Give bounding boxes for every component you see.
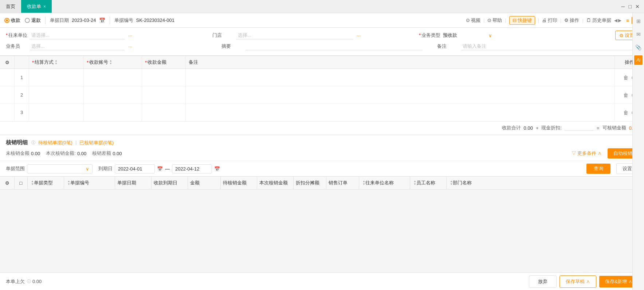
sort-dept[interactable]: ▲▼ (450, 180, 453, 186)
shortcut-button[interactable]: ⊟ 快捷键 (509, 16, 535, 25)
store-more-icon[interactable]: ··· (355, 33, 362, 38)
calendar-start-icon[interactable]: 📅 (157, 166, 163, 172)
uncancelled-label: 未核销金额 (6, 150, 30, 157)
due-date-start[interactable] (115, 164, 155, 173)
td-num-2: 2 (15, 86, 29, 103)
history-action[interactable]: 🗒 历史单据 (586, 17, 611, 24)
td-settlement-1[interactable] (29, 69, 84, 86)
sort-counterparty[interactable]: ▲▼ (362, 180, 365, 186)
home-tab[interactable]: 首页 (0, 0, 21, 13)
dth-amount-label: 金额 (190, 180, 200, 186)
store-input[interactable] (236, 31, 353, 39)
dth-date: 单据日期 (115, 177, 152, 189)
staff-more-icon[interactable]: ··· (127, 44, 134, 49)
due-date-end[interactable] (172, 164, 212, 173)
notes-input[interactable] (461, 42, 638, 50)
refund-radio[interactable]: 退款 (25, 17, 41, 24)
more-conditions-btn[interactable]: ▽ 更多条件 ∧ (572, 150, 602, 157)
td-account-1[interactable] (84, 69, 142, 86)
minimize-button[interactable]: ─ (621, 4, 625, 9)
td-notes-3[interactable] (186, 104, 615, 121)
uncancelled-item: 未核销金额 0.00 (6, 150, 40, 157)
td-notes-1[interactable] (186, 69, 615, 86)
done-tab[interactable]: 已核销单据(0笔) (79, 140, 114, 146)
delete-icon-1[interactable]: 🗑 (623, 75, 628, 81)
delete-icon-3[interactable]: 🗑 (623, 110, 628, 115)
next-arrow[interactable]: ▶ (618, 18, 621, 23)
delete-icon-2[interactable]: 🗑 (623, 92, 628, 98)
list-view-btn[interactable]: ≡ (624, 17, 631, 24)
prev-arrow[interactable]: ◀ (614, 18, 617, 23)
td-settlement-3[interactable] (29, 104, 84, 121)
maximize-button[interactable]: □ (629, 4, 632, 9)
sidebar-table-icon[interactable]: ⊞ (634, 16, 643, 26)
th-notes-label: 备注 (189, 59, 198, 66)
sort-type[interactable]: ▲▼ (31, 180, 34, 186)
td-account-2[interactable] (84, 86, 142, 103)
detail-checkbox: □ (20, 180, 23, 186)
sort-staff[interactable]: ▲▼ (413, 180, 416, 186)
section-header: 核销明细 ⓘ 待核销单据(0笔) | 已核销单据(0笔) (0, 136, 644, 146)
uncancelled-value: 0.00 (31, 151, 40, 156)
td-amount-2[interactable] (142, 86, 186, 103)
discard-button[interactable]: 放弃 (529, 275, 557, 288)
bottom-label: 本单上欠 (6, 278, 25, 285)
dth-current-label: 本次核销金额 (259, 180, 288, 186)
summary-label: 摘要 (221, 43, 243, 50)
print-action[interactable]: 🖨 打印 (542, 17, 557, 24)
pending-tab[interactable]: 待核销单据(0笔) (38, 140, 72, 146)
counterparty-input[interactable] (30, 31, 125, 39)
info-icon[interactable]: ⓘ (31, 140, 35, 145)
td-account-3[interactable] (84, 104, 142, 121)
help-icon: ⊙ (487, 17, 491, 23)
receipt-radio[interactable]: 收款 (4, 17, 20, 24)
th-amount: * 收款金额 (142, 56, 186, 68)
counterparty-more-icon[interactable]: ··· (127, 33, 134, 38)
sort-arrows[interactable]: ▲▼ (55, 59, 58, 65)
diff-label: 核销差额 (92, 150, 111, 157)
sidebar-mail-icon[interactable]: ✉ (634, 29, 643, 39)
sort-number[interactable]: ▲▼ (67, 180, 70, 186)
calendar-end-icon[interactable]: 📅 (214, 166, 220, 172)
range-select[interactable]: ∨ (27, 164, 93, 173)
receipt-tab[interactable]: 收款单 × (21, 0, 52, 13)
th-settings[interactable]: ⚙ (0, 56, 15, 68)
dth-dept-label: 部门名称 (453, 180, 472, 186)
calendar-icon[interactable]: 📅 (99, 17, 105, 23)
video-icon: ⊙ (466, 17, 470, 23)
table-header: ⚙ * 结算方式 ▲▼ * 收款账号 ▲▼ * 收款金额 备注 操作 (0, 56, 644, 69)
business-type-dropdown[interactable]: ∨ (488, 33, 492, 38)
window-controls: ─ □ ✕ (617, 4, 644, 9)
summary-input[interactable] (246, 42, 423, 50)
dth-dept: ▲▼ 部门名称 (447, 177, 644, 189)
close-tab-icon[interactable]: × (43, 4, 46, 9)
sidebar-attach-icon[interactable]: 📎 (633, 42, 644, 52)
sort-arrows2[interactable]: ▲▼ (109, 59, 112, 65)
bottom-info-icon[interactable]: ⓘ (27, 279, 31, 284)
business-type-field: 业务类型 预收款 ∨ (419, 32, 611, 39)
operation-action[interactable]: ⚙ 操作 (564, 17, 579, 24)
section-tabs: 待核销单据(0笔) | 已核销单据(0笔) (38, 140, 114, 146)
top-toolbar: 收款 退款 单据日期 2023-03-24 📅 单据编号 SK-20230324… (0, 13, 644, 28)
discount-input[interactable] (565, 125, 594, 131)
discount-label: 现金折扣: (541, 125, 562, 131)
form-area: 往来单位 ··· 门店 ··· 业务类型 预收款 ∨ ⚙ 设置 业务员 ··· … (0, 28, 644, 56)
summary-field: 摘要 (221, 42, 423, 50)
td-notes-2[interactable] (186, 86, 615, 103)
dth-check[interactable]: □ (15, 177, 28, 189)
video-action[interactable]: ⊙ 视频 (466, 17, 480, 24)
right-sidebar: ⊞ ✉ 📎 Ai (632, 13, 644, 290)
refund-label: 退款 (31, 17, 41, 24)
query-button[interactable]: 查询 (586, 164, 610, 174)
td-settlement-2[interactable] (29, 86, 84, 103)
close-button[interactable]: ✕ (635, 4, 640, 9)
td-amount-3[interactable] (142, 104, 186, 121)
dth-settings[interactable]: ⚙ (0, 177, 15, 189)
sidebar-ai-icon[interactable]: Ai (634, 55, 643, 65)
staff-input[interactable] (30, 42, 125, 50)
td-amount-1[interactable] (142, 69, 186, 86)
date-value: 2023-03-24 (72, 17, 96, 23)
save-draft-button[interactable]: 保存草稿 ∧ (559, 275, 596, 288)
help-action[interactable]: ⊙ 帮助 (487, 17, 502, 24)
table-row: 1 🗑 ⊕ (0, 69, 644, 86)
